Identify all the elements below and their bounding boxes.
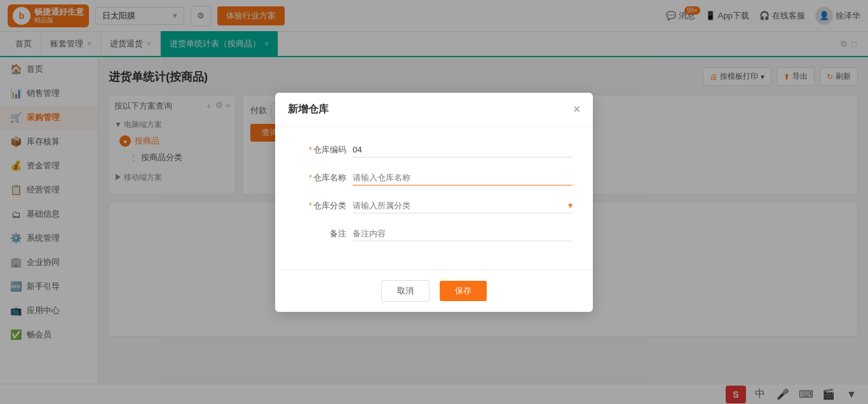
category-input[interactable] (353, 198, 568, 213)
note-input[interactable] (353, 226, 573, 241)
category-dropdown-icon[interactable]: ▾ (568, 200, 573, 210)
form-row-category: *仓库分类 ▾ (295, 198, 573, 213)
new-warehouse-modal: 新增仓库 × *仓库编码 *仓库名称 *仓库分类 (275, 93, 593, 312)
category-label: *仓库分类 (295, 200, 346, 212)
modal-header: 新增仓库 × (275, 93, 593, 127)
name-input[interactable] (353, 170, 573, 185)
form-row-note: 备注 (295, 226, 573, 241)
modal-footer: 取消 保存 (275, 269, 593, 312)
modal-overlay: 新增仓库 × *仓库编码 *仓库名称 *仓库分类 (0, 0, 868, 404)
cancel-button[interactable]: 取消 (381, 280, 430, 302)
modal-close-button[interactable]: × (573, 103, 580, 116)
category-select-wrapper: ▾ (353, 198, 573, 213)
form-row-code: *仓库编码 (295, 142, 573, 158)
form-row-name: *仓库名称 (295, 170, 573, 185)
name-label: *仓库名称 (295, 172, 346, 184)
save-button[interactable]: 保存 (440, 281, 487, 301)
modal-title: 新增仓库 (288, 103, 329, 116)
note-label: 备注 (295, 228, 346, 239)
code-label: *仓库编码 (295, 144, 346, 156)
code-input[interactable] (353, 142, 573, 158)
modal-body: *仓库编码 *仓库名称 *仓库分类 ▾ (275, 127, 593, 269)
